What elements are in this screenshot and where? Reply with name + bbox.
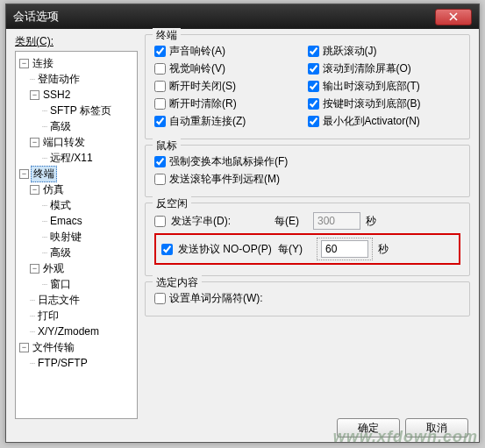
titlebar: 会话选项	[6, 4, 479, 29]
tree-ssh2[interactable]: −SSH2	[18, 87, 135, 103]
chk-force-cursor[interactable]	[154, 156, 166, 167]
window-title: 会话选项	[13, 9, 59, 25]
chk-send-string[interactable]	[154, 216, 166, 227]
input-string-interval[interactable]	[313, 212, 360, 230]
tree-sftp-tab[interactable]: ┈SFTP 标签页	[18, 103, 135, 118]
chk-audio-bell[interactable]	[154, 46, 166, 57]
tree-filetransfer[interactable]: −文件传输	[18, 339, 135, 355]
group-selection: 选定内容 设置单词分隔符(W):	[145, 281, 470, 316]
tree-advanced-2[interactable]: ┈高级	[18, 245, 135, 260]
collapse-icon[interactable]: −	[30, 264, 39, 274]
chk-visual-bell[interactable]	[154, 63, 166, 75]
tree-remote-x11[interactable]: ┈远程/X11	[18, 150, 135, 166]
tree-logfile[interactable]: ┈日志文件	[18, 292, 135, 308]
tree-emacs[interactable]: ┈Emacs	[18, 213, 135, 229]
chk-send-protocol[interactable]	[161, 244, 173, 255]
chk-scroll-clear[interactable]	[308, 63, 319, 75]
collapse-icon[interactable]: −	[19, 59, 29, 68]
tree-mapkeys[interactable]: ┈映射键	[18, 229, 135, 245]
tree-mode[interactable]: ┈模式	[18, 197, 135, 213]
collapse-icon[interactable]: −	[19, 343, 29, 352]
chk-jump-scroll[interactable]	[308, 46, 319, 57]
chk-word-delim[interactable]	[154, 293, 166, 304]
group-title-terminal: 终端	[153, 28, 181, 43]
group-antiidle: 反空闲 发送字串(D): 每(E) 秒 发送协议 NO-OP(P) 每(Y) 秒	[145, 203, 470, 276]
tree-ftpsftp[interactable]: ┈FTP/SFTP	[18, 355, 135, 371]
chk-send-wheel[interactable]	[154, 174, 166, 185]
tree-appearance[interactable]: −外观	[18, 260, 135, 276]
tree-emulation[interactable]: −仿真	[18, 181, 135, 197]
collapse-icon[interactable]: −	[19, 169, 29, 179]
collapse-icon[interactable]: −	[30, 138, 39, 147]
category-tree[interactable]: −连接 ┈登陆动作 −SSH2 ┈SFTP 标签页 ┈高级 −端口转发 ┈远程/…	[15, 51, 138, 419]
category-label: 类别(C):	[15, 34, 138, 49]
collapse-icon[interactable]: −	[30, 185, 39, 195]
chk-scroll-key[interactable]	[308, 98, 319, 110]
dialog-window: 会话选项 类别(C): −连接 ┈登陆动作 −SSH2 ┈SFTP 标签页 ┈高…	[5, 4, 480, 443]
group-title-antiidle: 反空闲	[153, 196, 191, 211]
focus-indicator	[317, 238, 373, 260]
tree-xyz[interactable]: ┈X/Y/Zmodem	[18, 324, 135, 339]
group-terminal: 终端 声音响铃(A) 视觉响铃(V) 断开时关闭(S) 断开时清除(R) 自动重…	[145, 34, 470, 139]
tree-print[interactable]: ┈打印	[18, 308, 135, 324]
tree-advanced-1[interactable]: ┈高级	[18, 118, 135, 134]
group-title-mouse: 鼠标	[153, 139, 181, 153]
tree-login-action[interactable]: ┈登陆动作	[18, 71, 135, 87]
chk-min-activator[interactable]	[308, 116, 319, 127]
group-title-selection: 选定内容	[153, 275, 202, 290]
tree-window[interactable]: ┈窗口	[18, 276, 135, 292]
collapse-icon[interactable]: −	[30, 90, 39, 100]
ok-button[interactable]: 确定	[337, 418, 400, 437]
tree-connection[interactable]: −连接	[18, 55, 135, 71]
chk-clear-disconnect[interactable]	[154, 98, 166, 110]
tree-terminal[interactable]: −终端	[18, 166, 135, 181]
input-protocol-interval[interactable]	[321, 240, 368, 258]
tree-port-forward[interactable]: −端口转发	[18, 134, 135, 150]
chk-close-disconnect[interactable]	[154, 81, 166, 92]
chk-auto-reconnect[interactable]	[154, 116, 166, 127]
group-mouse: 鼠标 强制变换本地鼠标操作(F) 发送滚轮事件到远程(M)	[145, 145, 470, 197]
chk-scroll-output[interactable]	[308, 81, 319, 92]
close-button[interactable]	[435, 9, 472, 25]
cancel-button[interactable]: 取消	[405, 418, 468, 437]
close-icon	[449, 12, 458, 21]
highlight-box: 发送协议 NO-OP(P) 每(Y) 秒	[154, 233, 460, 265]
